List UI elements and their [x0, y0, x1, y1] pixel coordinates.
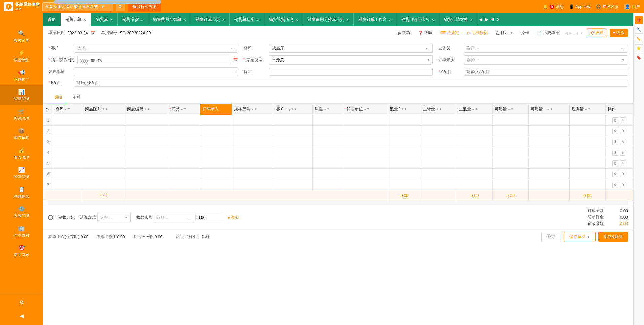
row-available2-6[interactable] — [528, 169, 569, 179]
row-copy-4[interactable]: ⊕ — [620, 150, 626, 156]
row-main-qty-4[interactable] — [457, 147, 493, 158]
row-qty2-7[interactable] — [388, 179, 421, 190]
th-product[interactable]: *商品▲▼ — [167, 104, 200, 115]
warehouse-input[interactable]: 成品库 ··· — [269, 44, 433, 53]
online-service-item[interactable]: 🎧 在线客服 — [596, 4, 618, 10]
address-input[interactable]: ··· — [74, 67, 238, 76]
row-spec-2[interactable] — [232, 126, 274, 136]
tab-sales-order[interactable]: 销售订单 ✕ — [61, 13, 91, 26]
row-copy-3[interactable]: ⊕ — [620, 139, 626, 145]
close-order-history-tab[interactable]: ✕ — [222, 18, 225, 22]
add-payment-btn[interactable]: ● 添加 — [228, 215, 239, 220]
row-customer-code-1[interactable] — [274, 115, 312, 126]
user-item[interactable]: 👤 用户 — [624, 3, 640, 10]
sidebar-item-system[interactable]: ⚙️ 系统管理 — [0, 202, 43, 222]
row-barcode-7[interactable] — [200, 179, 232, 190]
row-copy-6[interactable]: ⊕ — [620, 171, 626, 177]
shortcut-btn[interactable]: ⌨ 快捷键 — [438, 29, 462, 37]
row-warehouse-4[interactable] — [53, 147, 83, 158]
row-main-qty-6[interactable] — [457, 169, 493, 179]
row-delete-2[interactable]: 🗑 — [612, 128, 618, 134]
save-new-button[interactable]: 保存&新增 — [598, 232, 628, 242]
row-available-3[interactable] — [493, 136, 529, 147]
row-main-unit-7[interactable] — [421, 179, 457, 190]
row-attr-2[interactable] — [313, 126, 342, 136]
row-attr-4[interactable] — [313, 147, 342, 158]
close-fee-history-tab[interactable]: ✕ — [346, 18, 349, 22]
row-image-1[interactable] — [83, 115, 125, 126]
row-customer-code-2[interactable] — [274, 126, 312, 136]
row-stock-7[interactable] — [570, 179, 606, 190]
row-copy-7[interactable]: ⊕ — [620, 182, 626, 188]
row-product-7[interactable] — [167, 179, 200, 190]
row-spec-6[interactable] — [232, 169, 274, 179]
row-available2-2[interactable] — [528, 126, 569, 136]
row-stock-3[interactable] — [570, 136, 606, 147]
auto-pay-checkbox[interactable] — [48, 215, 53, 220]
sidebar-item-inventory[interactable]: 📦 库存核算 — [0, 124, 43, 144]
tab-sales-fee-split[interactable]: 销售费用分摊单 ✕ — [148, 13, 191, 26]
right-panel-btn-2[interactable]: 🔧 — [635, 26, 643, 34]
row-product-6[interactable] — [167, 169, 200, 179]
pay-method-select[interactable]: 选择... ▼ — [97, 213, 131, 222]
row-image-5[interactable] — [83, 158, 125, 169]
th-available[interactable]: 可用量▲▼ — [493, 104, 529, 115]
row-customer-code-5[interactable] — [274, 158, 312, 169]
row-image-6[interactable] — [83, 169, 125, 179]
remark-input[interactable] — [269, 68, 433, 76]
b-project-input[interactable] — [74, 79, 628, 87]
row-barcode-3[interactable] — [200, 136, 232, 147]
customer-dots[interactable]: ··· — [231, 46, 235, 51]
th-main-unit[interactable]: 主计量▲▼ — [421, 104, 457, 115]
date-picker-icon[interactable]: 📅 — [233, 58, 238, 63]
row-warehouse-1[interactable] — [53, 115, 83, 126]
row-barcode-5[interactable] — [200, 158, 232, 169]
row-product-2[interactable] — [167, 126, 200, 136]
row-warehouse-7[interactable] — [53, 179, 83, 190]
row-spec-3[interactable] — [232, 136, 274, 147]
row-available-7[interactable] — [493, 179, 529, 190]
close-refund-history-tab[interactable]: ✕ — [295, 18, 298, 22]
row-code-1[interactable] — [125, 115, 167, 126]
close-reconcile-tab[interactable]: ✕ — [470, 18, 473, 22]
th-qty2[interactable]: 数量2▲▼ — [388, 104, 421, 115]
sidebar-item-sales[interactable]: 📊 销售管理 — [0, 85, 43, 105]
row-delete-5[interactable]: 🗑 — [612, 160, 618, 166]
row-main-unit-4[interactable] — [421, 147, 457, 158]
close-sales-return-tab[interactable]: ✕ — [110, 18, 113, 22]
right-panel-btn-3[interactable]: ✏️ — [635, 35, 643, 43]
tab-summary[interactable]: 汇总 — [67, 93, 86, 103]
expected-date-input[interactable] — [77, 56, 231, 64]
row-code-3[interactable] — [125, 136, 167, 147]
app-download-item[interactable]: 📱 App下载 — [569, 4, 591, 10]
right-panel-btn-5[interactable]: 🔖 — [635, 54, 643, 62]
row-copy-1[interactable]: ⊕ — [620, 117, 626, 123]
row-main-qty-5[interactable] — [457, 158, 493, 169]
row-main-unit-2[interactable] — [421, 126, 457, 136]
close-sales-order-tab[interactable]: ✕ — [83, 18, 86, 22]
th-main-qty[interactable]: 主数量▲▼ — [457, 104, 493, 115]
row-stock-2[interactable] — [570, 126, 606, 136]
row-qty2-1[interactable] — [388, 115, 421, 126]
sidebar-item-guide[interactable]: 🎯 新手引导 — [0, 241, 43, 261]
history-btn[interactable]: 📄 历史单据 — [534, 29, 562, 37]
notification-item[interactable]: 🔔 9 消息 — [543, 4, 564, 10]
row-stock-4[interactable] — [570, 147, 606, 158]
setup-btn[interactable]: ⚙ 设置 — [587, 28, 607, 37]
tab-sales-order-history[interactable]: 销售订单历史 ✕ — [191, 13, 230, 26]
row-main-unit-5[interactable] — [421, 158, 457, 169]
staff-input[interactable]: 选择... ··· — [464, 44, 628, 53]
sidebar-item-search[interactable]: 🔍 搜索菜单 — [0, 27, 43, 46]
close-workbench-tab[interactable]: ✕ — [389, 18, 391, 22]
row-available2-5[interactable] — [528, 158, 569, 169]
row-stock-1[interactable] — [570, 115, 606, 126]
sidebar-item-operations[interactable]: 📈 经营管理 — [0, 163, 43, 183]
row-available2-3[interactable] — [528, 136, 569, 147]
sidebar-item-marketing[interactable]: 📢 营销推广 — [0, 66, 43, 85]
th-warehouse[interactable]: 仓库▲▼ — [53, 104, 83, 115]
row-delete-1[interactable]: 🗑 — [612, 117, 618, 123]
right-panel-btn-4[interactable]: ⭐ — [635, 44, 643, 52]
row-image-2[interactable] — [83, 126, 125, 136]
row-barcode-6[interactable] — [200, 169, 232, 179]
row-available-1[interactable] — [493, 115, 529, 126]
